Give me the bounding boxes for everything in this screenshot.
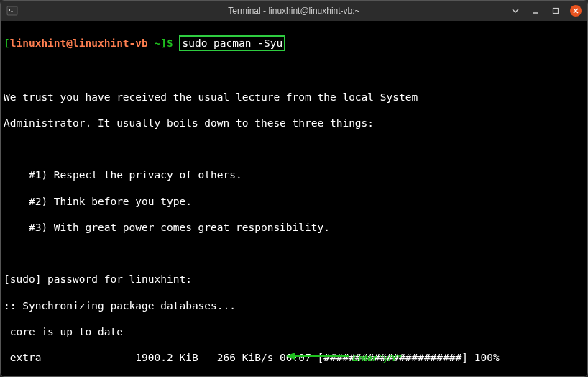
terminal-icon [6,5,18,17]
terminal-body[interactable]: [linuxhint@linuxhint-vb ~]$ sudo pacman … [1,21,587,376]
maximize-button[interactable] [550,5,561,17]
titlebar: Terminal - linuxhint@linuxhint-vb:~ [1,1,587,21]
window-title: Terminal - linuxhint@linuxhint-vb:~ [228,6,359,16]
output-line: [sudo] password for linuxhint: [4,273,584,286]
minimize-button[interactable] [530,5,541,17]
output-line: core is up to date [4,325,584,338]
command-text: sudo pacman -Syu [182,37,282,49]
prompt-bracket-close: ] [160,37,167,49]
prompt-bracket-open: [ [4,37,10,49]
output-line: Administrator. It usually boils down to … [4,117,584,130]
svg-marker-7 [286,353,295,360]
arrow-left-icon [286,351,351,364]
command-highlight: sudo pacman -Syu [179,35,285,51]
output-line: #2) Think before you type. [4,195,584,208]
terminal-window: Terminal - linuxhint@linuxhint-vb:~ [lin… [0,0,588,377]
prompt-user-host: linuxhint@linuxhint-vb [10,37,148,49]
output-line: :: Synchronizing package databases... [4,299,584,312]
output-line: #1) Respect the privacy of others. [4,168,584,181]
output-line: #3) With great power comes great respons… [4,221,584,234]
annotation: Enter "y/Y" [286,351,402,364]
svg-rect-3 [553,9,559,14]
chevron-down-icon[interactable] [510,5,521,17]
prompt-line: [linuxhint@linuxhint-vb ~]$ sudo pacman … [4,35,584,51]
prompt-path: ~ [148,37,160,49]
output-line: We trust you have received the usual lec… [4,91,584,104]
svg-rect-0 [7,6,17,15]
annotation-label: Enter "y/Y" [352,353,402,363]
prompt-symbol: $ [167,37,173,49]
close-button[interactable] [570,5,582,17]
